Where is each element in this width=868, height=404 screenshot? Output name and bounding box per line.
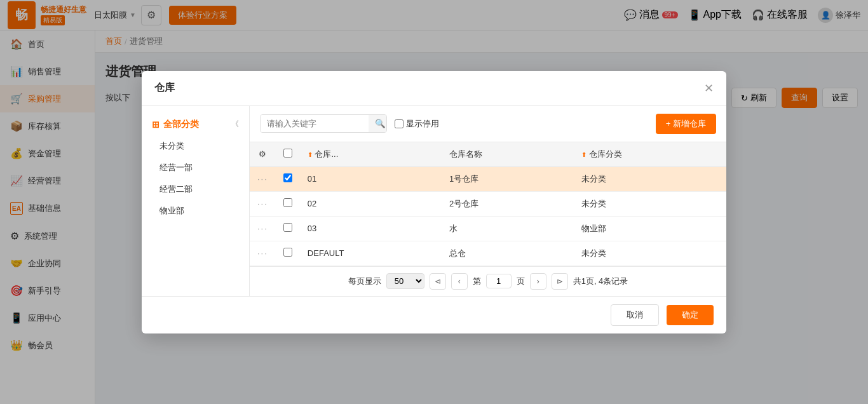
actions-dots-icon[interactable]: ···: [257, 199, 268, 208]
row-name: 2号仓库: [442, 191, 574, 216]
row-checkbox[interactable]: [283, 173, 292, 182]
first-page-btn[interactable]: ⊲: [430, 273, 446, 290]
row-category: 物业部: [574, 216, 726, 241]
row-actions[interactable]: ···: [250, 216, 276, 241]
row-checkbox-cell: [276, 216, 300, 241]
confirm-button[interactable]: 确定: [667, 305, 714, 325]
last-page-btn[interactable]: ⊳: [552, 273, 568, 290]
col-category-header[interactable]: ⬆ 仓库分类: [574, 142, 726, 167]
modal-title: 仓库: [154, 81, 175, 95]
table-row[interactable]: ··· 03 水 物业部: [250, 216, 726, 241]
show-disabled-label[interactable]: 显示停用: [395, 118, 439, 130]
row-name: 1号仓库: [442, 166, 574, 191]
search-input[interactable]: [261, 115, 369, 132]
col-code-header[interactable]: ⬆ 仓库...: [300, 142, 442, 167]
row-actions[interactable]: ···: [250, 166, 276, 191]
row-actions[interactable]: ···: [250, 241, 276, 266]
row-name: 水: [442, 216, 574, 241]
row-checkbox-cell: [276, 191, 300, 216]
row-actions[interactable]: ···: [250, 191, 276, 216]
search-box: 🔍: [260, 114, 387, 133]
warehouse-modal: 仓库 ✕ ⊞ 全部分类 《 未分类 经营一部: [142, 71, 726, 333]
cat-collapse-btn[interactable]: 《: [231, 119, 239, 130]
col-settings-header: ⚙: [250, 142, 276, 167]
row-category: 未分类: [574, 241, 726, 266]
category-sidebar: ⊞ 全部分类 《 未分类 经营一部 经营二部 物业部: [142, 106, 250, 296]
row-code: DEFAULT: [300, 241, 442, 266]
row-category: 未分类: [574, 191, 726, 216]
cat-header-label: ⊞ 全部分类: [152, 119, 199, 130]
modal-main: 🔍 显示停用 + 新增仓库 ⚙: [250, 106, 726, 296]
sort-icon-code: ⬆: [308, 151, 313, 158]
actions-dots-icon[interactable]: ···: [257, 224, 268, 233]
col-name-header: 仓库名称: [442, 142, 574, 167]
per-page-label: 每页显示: [348, 276, 381, 287]
cat-item-operations1[interactable]: 经营一部: [142, 157, 249, 178]
row-code: 01: [300, 166, 442, 191]
warehouse-table: ⚙ ⬆ 仓库... 仓库名称 ⬆: [250, 142, 726, 266]
modal-header: 仓库 ✕: [142, 71, 726, 106]
pagination: 每页显示 50 100 200 ⊲ ‹ 第 页 › ⊳ 共1页, 4条记录: [250, 266, 726, 296]
cat-header[interactable]: ⊞ 全部分类 《: [142, 114, 249, 135]
sort-icon-cat: ⬆: [581, 151, 587, 158]
next-page-btn[interactable]: ›: [530, 273, 546, 290]
actions-dots-icon[interactable]: ···: [257, 174, 268, 184]
row-name: 总仓: [442, 241, 574, 266]
row-code: 03: [300, 216, 442, 241]
page-input[interactable]: [486, 274, 512, 288]
show-disabled-checkbox[interactable]: [395, 119, 403, 128]
search-button[interactable]: 🔍: [369, 115, 387, 132]
grid-icon: ⊞: [152, 119, 159, 130]
row-category: 未分类: [574, 166, 726, 191]
table-row[interactable]: ··· DEFAULT 总仓 未分类: [250, 241, 726, 266]
total-info: 共1页, 4条记录: [573, 276, 628, 287]
add-warehouse-btn[interactable]: + 新增仓库: [656, 114, 716, 134]
prev-page-btn[interactable]: ‹: [451, 273, 468, 290]
row-checkbox[interactable]: [283, 223, 292, 232]
modal-overlay[interactable]: 仓库 ✕ ⊞ 全部分类 《 未分类 经营一部: [0, 0, 868, 404]
row-checkbox[interactable]: [283, 198, 292, 207]
modal-body: ⊞ 全部分类 《 未分类 经营一部 经营二部 物业部: [142, 106, 726, 296]
cat-item-property[interactable]: 物业部: [142, 200, 249, 222]
modal-close-btn[interactable]: ✕: [704, 81, 714, 95]
table-row[interactable]: ··· 01 1号仓库 未分类: [250, 166, 726, 191]
cancel-button[interactable]: 取消: [611, 304, 659, 326]
page-suffix: 页: [517, 276, 525, 287]
page-label: 第: [473, 276, 481, 287]
cat-item-operations2[interactable]: 经营二部: [142, 178, 249, 200]
modal-footer: 取消 确定: [142, 296, 726, 333]
row-checkbox-cell: [276, 241, 300, 266]
per-page-select[interactable]: 50 100 200: [386, 273, 424, 289]
select-all-checkbox[interactable]: [283, 149, 292, 158]
row-checkbox[interactable]: [283, 248, 292, 257]
row-code: 02: [300, 191, 442, 216]
table-row[interactable]: ··· 02 2号仓库 未分类: [250, 191, 726, 216]
modal-toolbar: 🔍 显示停用 + 新增仓库: [250, 106, 726, 142]
actions-dots-icon[interactable]: ···: [257, 248, 268, 258]
cat-item-unclassified[interactable]: 未分类: [142, 135, 249, 157]
col-checkbox-header: [276, 142, 300, 167]
row-checkbox-cell: [276, 166, 300, 191]
